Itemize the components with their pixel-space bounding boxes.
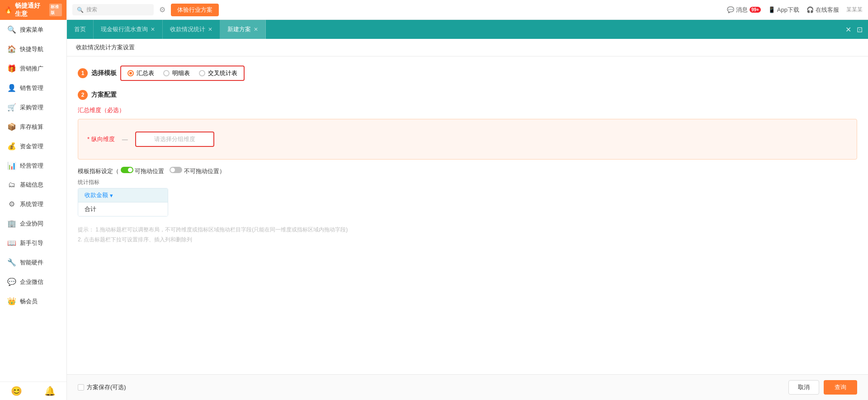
sidebar-item-label: 基础信息 bbox=[20, 181, 43, 189]
message-badge: 99+ bbox=[750, 7, 761, 13]
logo-icon: 🔥 bbox=[5, 6, 12, 14]
metrics-table-header: 收款金额 ▾ bbox=[78, 188, 168, 202]
search-icon: 🔍 bbox=[7, 25, 16, 34]
non-draggable-toggle[interactable] bbox=[170, 167, 182, 173]
sidebar-item-hardware[interactable]: 🔧 智能硬件 bbox=[0, 253, 66, 272]
step1-header: 1 选择模板 汇总表 明细表 bbox=[78, 66, 857, 81]
user-name: 某某某 bbox=[846, 6, 863, 14]
radio-summary[interactable]: 汇总表 bbox=[127, 69, 154, 77]
metrics-column-header[interactable]: 收款金额 ▾ bbox=[85, 191, 113, 199]
sidebar-item-guide[interactable]: 📖 新手引导 bbox=[0, 233, 66, 253]
search-box[interactable]: 🔍 搜索 bbox=[72, 4, 154, 15]
radio-detail[interactable]: 明细表 bbox=[163, 69, 190, 77]
dimension-select[interactable]: 请选择分组维度 bbox=[135, 132, 214, 147]
radio-summary-circle bbox=[127, 70, 134, 76]
tab-bank-flow[interactable]: 现金银行流水查询 ✕ bbox=[94, 20, 163, 39]
sidebar-item-member[interactable]: 👑 畅会员 bbox=[0, 292, 66, 311]
sidebar-item-label: 智能硬件 bbox=[20, 259, 43, 267]
search-placeholder: 搜索 bbox=[86, 6, 97, 14]
sidebar-item-quick-nav[interactable]: 🏠 快捷导航 bbox=[0, 39, 66, 59]
cancel-button[interactable]: 取消 bbox=[788, 380, 819, 395]
sidebar-item-label: 畅会员 bbox=[20, 297, 38, 306]
tab-close-icon[interactable]: ✕ bbox=[845, 25, 851, 34]
step1-title: 选择模板 bbox=[91, 69, 117, 77]
sidebar-item-enterprise[interactable]: 🏢 企业协同 bbox=[0, 214, 66, 233]
radio-detail-circle bbox=[163, 70, 170, 76]
tabbar-actions: ✕ ⊡ bbox=[840, 20, 868, 39]
tab-bank-flow-close[interactable]: ✕ bbox=[151, 26, 155, 33]
tab-bank-flow-label: 现金银行流水查询 bbox=[101, 25, 148, 33]
app-download-item[interactable]: 📱 App下载 bbox=[768, 6, 799, 14]
box-icon: 📦 bbox=[7, 122, 16, 131]
app-name: 畅捷通好生意 bbox=[15, 2, 47, 18]
tab-expand-icon[interactable]: ⊡ bbox=[857, 25, 863, 34]
sidebar-item-label: 搜索菜单 bbox=[20, 26, 43, 34]
radio-summary-label: 汇总表 bbox=[137, 69, 154, 77]
sidebar-item-marketing[interactable]: 🎁 营销推广 bbox=[0, 59, 66, 78]
save-checkbox[interactable]: 方案保存(可选) bbox=[78, 383, 126, 391]
app-badge: 标准版 bbox=[49, 4, 62, 16]
sidebar-bottom-icon-1[interactable]: 😊 bbox=[11, 386, 22, 396]
search-icon: 🔍 bbox=[77, 7, 84, 13]
radio-detail-label: 明细表 bbox=[172, 69, 190, 77]
draggable-toggle[interactable] bbox=[121, 167, 133, 173]
tab-home-label: 首页 bbox=[74, 25, 86, 33]
message-item[interactable]: 💬 消息 99+ bbox=[727, 6, 761, 14]
sidebar-item-operations[interactable]: 📊 经营管理 bbox=[0, 156, 66, 175]
online-service-label: 在线客服 bbox=[816, 6, 839, 14]
tab-collection-stat-close[interactable]: ✕ bbox=[208, 26, 212, 33]
tab-new-plan[interactable]: 新建方案 ✕ bbox=[220, 20, 266, 39]
trial-button[interactable]: 体验行业方案 bbox=[171, 4, 219, 16]
metrics-table: 收款金额 ▾ 合计 bbox=[78, 188, 168, 216]
sidebar-item-label: 销售管理 bbox=[20, 84, 43, 92]
sidebar-item-label: 资金管理 bbox=[20, 142, 43, 151]
radio-cross[interactable]: 交叉统计表 bbox=[199, 69, 237, 77]
crown-icon: 👑 bbox=[7, 297, 16, 306]
app-download-label: App下载 bbox=[777, 6, 799, 14]
topbar-right: 💬 消息 99+ 📱 App下载 🎧 在线客服 某某某 bbox=[727, 6, 863, 14]
sidebar-item-sales[interactable]: 👤 销售管理 bbox=[0, 78, 66, 98]
dimension-row: * 纵向维度 — 请选择分组维度 bbox=[87, 132, 214, 147]
sidebar-item-label: 库存核算 bbox=[20, 123, 43, 131]
dim-arrow: — bbox=[122, 136, 128, 143]
step2-section: 2 方案配置 汇总维度（必选） * 纵向维度 — 请选择分组维度 bbox=[78, 90, 857, 245]
sidebar-item-label: 企业协同 bbox=[20, 220, 43, 228]
sidebar-item-system[interactable]: ⚙ 系统管理 bbox=[0, 194, 66, 214]
gift-icon: 🎁 bbox=[7, 64, 16, 73]
sidebar-item-wechat[interactable]: 💬 企业微信 bbox=[0, 272, 66, 292]
query-button[interactable]: 查询 bbox=[824, 380, 857, 395]
save-label: 方案保存(可选) bbox=[87, 383, 126, 391]
cart-icon: 🛒 bbox=[7, 103, 16, 112]
template-select-box: 汇总表 明细表 交叉统计表 bbox=[120, 66, 245, 81]
sidebar-bottom-icon-2[interactable]: 🔔 bbox=[44, 386, 56, 396]
chat-icon: 💬 bbox=[7, 278, 16, 286]
tab-collection-stat[interactable]: 收款情况统计 ✕ bbox=[163, 20, 220, 39]
online-service-item[interactable]: 🎧 在线客服 bbox=[807, 6, 839, 14]
sidebar: 🔥 畅捷通好生意 标准版 🔍 搜索菜单 🏠 快捷导航 🎁 营销推广 👤 销售管理… bbox=[0, 0, 67, 400]
headset-icon: 🎧 bbox=[807, 6, 814, 13]
tab-new-plan-label: 新建方案 bbox=[227, 25, 251, 33]
app-logo: 🔥 畅捷通好生意 标准版 bbox=[0, 0, 66, 20]
settings-icon[interactable]: ⚙ bbox=[159, 5, 165, 14]
sidebar-item-purchase[interactable]: 🛒 采购管理 bbox=[0, 98, 66, 117]
building-icon: 🏢 bbox=[7, 219, 16, 228]
tab-new-plan-close[interactable]: ✕ bbox=[254, 26, 258, 33]
content-area: 收款情况统计方案设置 1 选择模板 汇总表 bbox=[67, 39, 868, 400]
tab-collection-stat-label: 收款情况统计 bbox=[170, 25, 205, 33]
message-icon: 💬 bbox=[727, 6, 734, 13]
sidebar-item-search-menu[interactable]: 🔍 搜索菜单 bbox=[0, 20, 66, 39]
book-icon: 📖 bbox=[7, 239, 16, 247]
sidebar-item-inventory[interactable]: 📦 库存核算 bbox=[0, 117, 66, 136]
breadcrumb: 收款情况统计方案设置 bbox=[76, 44, 135, 51]
step2-number: 2 bbox=[78, 90, 88, 100]
folder-icon: 🗂 bbox=[7, 181, 16, 189]
sidebar-item-base-info[interactable]: 🗂 基础信息 bbox=[0, 175, 66, 194]
tip-2: 2. 点击标题栏下拉可设置排序、插入列和删除列 bbox=[78, 235, 857, 245]
tab-home[interactable]: 首页 bbox=[67, 20, 94, 39]
topbar: 🔍 搜索 ⚙ 体验行业方案 💬 消息 99+ 📱 App下载 🎧 在线客服 某某… bbox=[67, 0, 868, 20]
vertical-dim-label: * 纵向维度 bbox=[87, 135, 115, 143]
metrics-table-row: 合计 bbox=[78, 202, 168, 216]
user-icon: 👤 bbox=[7, 84, 16, 92]
save-checkbox-box[interactable] bbox=[78, 384, 84, 391]
sidebar-item-finance[interactable]: 💰 资金管理 bbox=[0, 136, 66, 156]
